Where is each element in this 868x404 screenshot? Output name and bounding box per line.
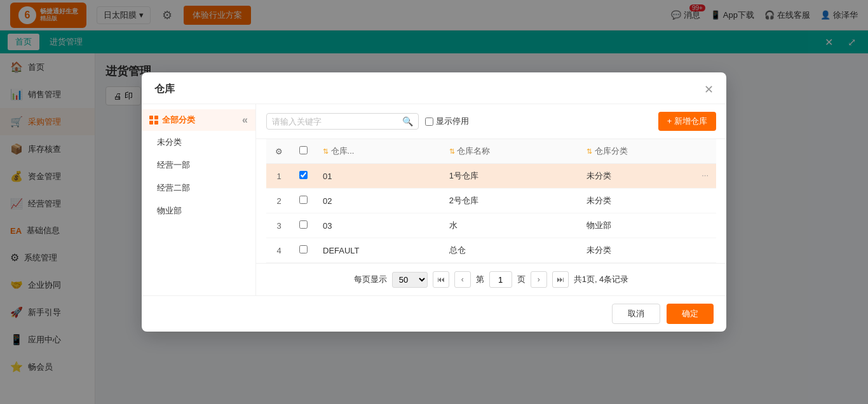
search-input[interactable] xyxy=(272,117,400,126)
category-item-property[interactable]: 物业部 xyxy=(142,199,255,222)
row-code: DEFAULT xyxy=(315,238,442,263)
row-checkbox[interactable] xyxy=(299,196,308,204)
table-body: 1 01 1号仓库 未分类··· 2 02 2号仓库 未分类 3 03 水 物业… xyxy=(266,164,716,263)
search-icon[interactable]: 🔍 xyxy=(402,116,413,126)
row-code: 01 xyxy=(315,164,442,189)
row-checkbox[interactable] xyxy=(299,245,308,253)
page-input[interactable] xyxy=(489,271,512,288)
show-disabled-input[interactable] xyxy=(425,118,433,126)
dialog-footer: 取消 确定 xyxy=(142,295,726,332)
dialog-title: 仓库 xyxy=(154,83,175,96)
row-checkbox-cell xyxy=(292,164,315,189)
collapse-button[interactable]: « xyxy=(242,114,248,126)
row-number: 4 xyxy=(266,238,292,263)
per-page-select[interactable]: 50 100 200 xyxy=(392,272,428,288)
row-checkbox[interactable] xyxy=(299,171,308,179)
row-category: 物业部 xyxy=(579,213,716,238)
first-page-button[interactable]: ⏮ xyxy=(433,271,449,288)
dialog-toolbar: 🔍 显示停用 + 新增仓库 xyxy=(256,104,726,139)
more-button[interactable]: ··· xyxy=(702,170,709,180)
row-category: 未分类··· xyxy=(579,164,716,189)
select-all-checkbox[interactable] xyxy=(299,146,308,154)
last-page-button[interactable]: ⏭ xyxy=(552,271,569,288)
row-checkbox-cell xyxy=(292,238,315,263)
dialog-body: 全部分类 « 未分类 经营一部 经营二部 物业部 🔍 xyxy=(142,104,726,295)
confirm-button[interactable]: 确定 xyxy=(667,304,714,324)
category-item-dept2[interactable]: 经营二部 xyxy=(142,177,255,199)
dialog-overlay: 仓库 ✕ 全部分类 « 未分类 经营一部 经营二部 物业部 xyxy=(0,0,868,404)
row-code: 03 xyxy=(315,213,442,238)
col-checkbox xyxy=(292,139,315,164)
col-code: ⇅ 仓库... xyxy=(315,139,442,164)
warehouse-dialog: 仓库 ✕ 全部分类 « 未分类 经营一部 经营二部 物业部 xyxy=(142,72,726,332)
next-page-button[interactable]: › xyxy=(531,271,547,288)
row-category: 未分类 xyxy=(579,238,716,263)
row-number: 2 xyxy=(266,189,292,213)
row-name: 总仓 xyxy=(442,238,579,263)
table-row[interactable]: 2 02 2号仓库 未分类 xyxy=(266,189,716,213)
pagination: 每页显示 50 100 200 ⏮ ‹ 第 页 › ⏭ 共1页, 4条记录 xyxy=(256,263,726,295)
row-number: 3 xyxy=(266,213,292,238)
prev-page-button[interactable]: ‹ xyxy=(454,271,471,288)
cancel-button[interactable]: 取消 xyxy=(612,304,660,324)
dialog-content: 🔍 显示停用 + 新增仓库 ⚙ xyxy=(256,104,726,295)
search-box: 🔍 xyxy=(266,113,419,130)
category-sidebar: 全部分类 « 未分类 经营一部 经营二部 物业部 xyxy=(142,104,256,295)
category-header: 全部分类 « xyxy=(142,109,255,131)
warehouse-table: ⚙ ⇅ 仓库... ⇅ 仓库名称 xyxy=(266,139,716,263)
col-name: ⇅ 仓库名称 xyxy=(442,139,579,164)
row-name: 1号仓库 xyxy=(442,164,579,189)
table-row[interactable]: 3 03 水 物业部 xyxy=(266,213,716,238)
col-category: ⇅ 仓库分类 xyxy=(579,139,716,164)
dialog-close-button[interactable]: ✕ xyxy=(704,84,714,95)
page-summary: 共1页, 4条记录 xyxy=(574,274,629,285)
sort-icon: ⇅ xyxy=(323,147,329,155)
row-number: 1 xyxy=(266,164,292,189)
table-row[interactable]: 4 DEFAULT 总仓 未分类 xyxy=(266,238,716,263)
row-checkbox[interactable] xyxy=(299,220,308,229)
col-gear: ⚙ xyxy=(266,139,292,164)
add-warehouse-button[interactable]: + 新增仓库 xyxy=(658,112,716,131)
table-wrapper: ⚙ ⇅ 仓库... ⇅ 仓库名称 xyxy=(256,139,726,263)
category-item-unclassified[interactable]: 未分类 xyxy=(142,131,255,154)
table-row[interactable]: 1 01 1号仓库 未分类··· xyxy=(266,164,716,189)
row-checkbox-cell xyxy=(292,213,315,238)
dialog-header: 仓库 ✕ xyxy=(142,72,726,104)
show-disabled-checkbox[interactable]: 显示停用 xyxy=(425,116,469,127)
grid-icon xyxy=(149,116,158,125)
category-item-dept1[interactable]: 经营一部 xyxy=(142,154,255,177)
table-header: ⚙ ⇅ 仓库... ⇅ 仓库名称 xyxy=(266,139,716,164)
sort-icon: ⇅ xyxy=(587,147,592,155)
row-code: 02 xyxy=(315,189,442,213)
sort-icon: ⇅ xyxy=(449,147,455,155)
row-category: 未分类 xyxy=(579,189,716,213)
row-checkbox-cell xyxy=(292,189,315,213)
row-name: 水 xyxy=(442,213,579,238)
row-name: 2号仓库 xyxy=(442,189,579,213)
